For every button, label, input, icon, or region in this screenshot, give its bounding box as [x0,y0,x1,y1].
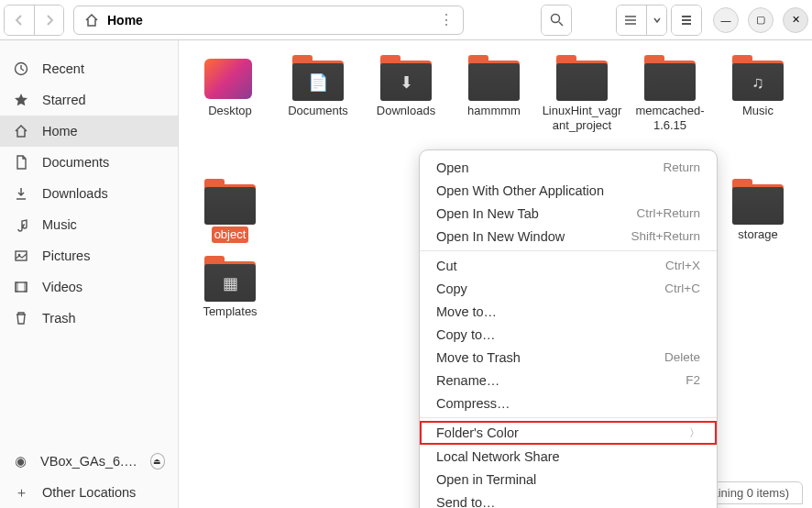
sidebar-item-trash[interactable]: Trash [0,303,178,334]
sidebar-item-recent[interactable]: Recent [0,53,178,84]
sidebar-other-locations[interactable]: ＋ Other Locations [0,477,178,508]
minimize-button[interactable]: — [713,7,739,33]
pathbar[interactable]: Home ⋮ [73,6,464,35]
svg-rect-9 [25,282,27,292]
menu-item[interactable]: OpenReturn [420,156,717,179]
file-label: Documents [285,103,351,119]
file-item[interactable]: hammmm [450,55,538,135]
menu-item[interactable]: CopyCtrl+C [420,277,717,300]
desktop-icon [204,59,252,99]
chevron-right-icon: 〉 [689,425,700,441]
svg-point-2 [625,19,627,21]
path-menu-icon[interactable]: ⋮ [439,11,454,28]
sidebar-item-label: Videos [42,280,82,294]
menu-item[interactable]: Copy to… [420,323,717,346]
plus-icon: ＋ [13,484,29,501]
search-button[interactable] [542,6,571,35]
hamburger-button[interactable] [672,6,701,35]
folder-icon [644,61,696,101]
sidebar-mount[interactable]: ◉ VBox_GAs_6.… ⏏ [0,446,178,477]
menu-separator [420,417,717,418]
sidebar-item-label: Recent [42,61,84,76]
content-area[interactable]: Desktop📄Documents⬇DownloadshammmmLinuxHi… [179,40,812,508]
back-button[interactable] [5,6,34,35]
sidebar-item-starred[interactable]: Starred [0,84,178,116]
eject-icon[interactable]: ⏏ [150,453,165,469]
menu-item-label: Compress… [436,396,510,411]
view-dropdown[interactable] [646,6,666,35]
file-item[interactable]: Desktop [186,55,274,135]
file-label: LinuxHint_vagrant_project [538,103,626,135]
menu-item[interactable]: Move to TrashDelete [420,346,717,369]
file-item[interactable]: storage [714,179,802,243]
window-controls: — ▢ ✕ [713,7,808,33]
sidebar-item-videos[interactable]: Videos [0,271,178,303]
home-icon [13,123,29,139]
menu-item-label: Rename… [436,373,499,388]
menu-item[interactable]: Open in Terminal [420,468,717,491]
menu-item-label: Open [436,160,468,175]
file-item[interactable]: ♫Music [714,55,802,135]
menu-shortcut: Ctrl+C [664,282,700,295]
maximize-button[interactable]: ▢ [748,7,774,33]
video-icon [13,279,29,295]
search-group [541,5,572,36]
menu-item[interactable]: CutCtrl+X [420,254,717,277]
sidebar-item-documents[interactable]: Documents [0,147,178,178]
svg-point-1 [625,16,627,17]
svg-rect-8 [16,282,17,292]
menu-shortcut: Ctrl+X [665,259,700,272]
file-item[interactable]: ⬇Downloads [362,55,450,135]
forward-button[interactable] [34,6,63,35]
list-view-button[interactable] [617,6,646,35]
sidebar-item-label: Downloads [42,186,108,201]
home-icon [83,12,100,28]
menu-item-label: Open In New Window [436,229,565,244]
menu-item[interactable]: Folder's Color〉 [420,421,717,445]
menu-item[interactable]: Compress… [420,392,717,414]
file-label: hammmm [465,103,523,119]
file-item[interactable]: memcached-1.6.15 [626,55,714,135]
star-icon [13,92,29,108]
folder-icon [204,184,256,225]
sidebar-item-label: Trash [42,311,76,326]
sidebar-item-label: VBox_GAs_6.… [40,454,137,469]
menu-item[interactable]: Rename…F2 [420,369,717,392]
file-label: Desktop [205,103,255,119]
toolbar: Home ⋮ — ▢ ✕ [0,0,812,40]
menu-item[interactable]: Send to… [420,491,717,508]
menu-item-label: Cut [436,259,457,273]
menu-item[interactable]: Move to… [420,300,717,323]
menu-item[interactable]: Open In New TabCtrl+Return [420,202,717,225]
sidebar-item-home[interactable]: Home [0,116,178,147]
file-label: Downloads [374,103,438,119]
close-button[interactable]: ✕ [783,7,808,33]
menu-item[interactable]: Local Network Share [420,445,717,468]
sidebar-item-music[interactable]: Music [0,209,178,240]
file-item[interactable]: ▦Templates [186,256,274,336]
document-icon [13,154,29,171]
menu-item-label: Move to… [436,304,497,319]
file-item[interactable]: 📄Documents [274,55,362,135]
sidebar-item-label: Home [42,124,78,138]
folder-icon: 📄 [292,61,344,101]
menu-item[interactable]: Open With Other Application [420,179,717,202]
menu-item-label: Open In New Tab [436,206,539,221]
sidebar-item-label: Starred [42,93,86,107]
file-item[interactable]: LinuxHint_vagrant_project [538,55,626,135]
svg-point-0 [551,15,559,23]
svg-point-3 [625,23,627,25]
file-label: object [212,226,249,243]
path-label: Home [107,13,143,28]
menu-item-label: Folder's Color [436,425,519,440]
menu-item-label: Move to Trash [436,350,521,365]
file-label: memcached-1.6.15 [626,103,714,135]
view-group [616,5,667,36]
menu-item[interactable]: Open In New WindowShift+Return [420,225,717,248]
file-label: storage [735,226,780,243]
file-item[interactable]: object [186,179,274,243]
menu-separator [420,250,717,251]
sidebar-item-downloads[interactable]: Downloads [0,178,178,209]
menu-item-label: Copy to… [436,327,495,342]
sidebar-item-pictures[interactable]: Pictures [0,240,178,271]
